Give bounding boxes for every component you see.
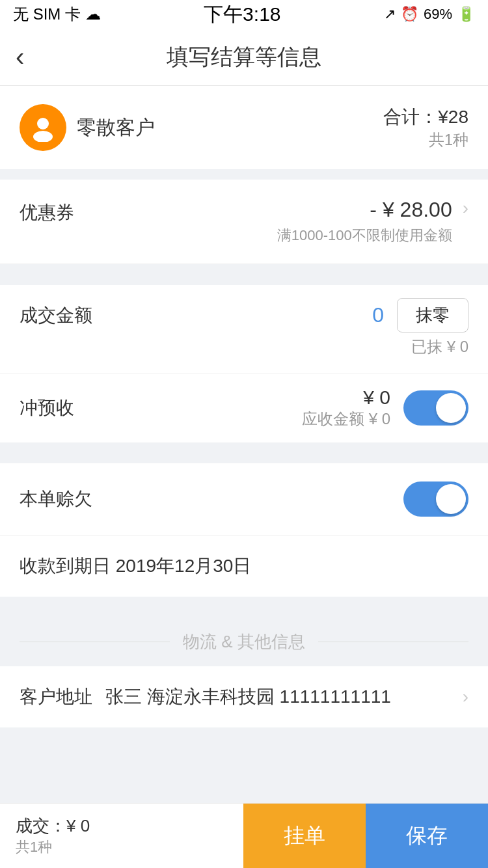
prepay-section: 冲预收 ¥ 0 应收金额 ¥ 0 (0, 373, 488, 442)
avatar-icon (29, 113, 57, 142)
divider-3 (0, 607, 488, 617)
status-time: 下午3:18 (204, 1, 280, 28)
divider-1 (0, 275, 488, 285)
customer-count: 共1种 (383, 129, 468, 150)
debit-label: 本单赊欠 (20, 487, 92, 511)
save-button[interactable]: 保存 (366, 804, 488, 868)
transaction-sub: 已抹 ¥ 0 (20, 336, 468, 357)
logistics-label: 物流 & 其他信息 (183, 631, 305, 653)
customer-right: 合计：¥28 共1种 (383, 105, 468, 150)
prepay-right: ¥ 0 应收金额 ¥ 0 (302, 387, 468, 429)
transaction-label: 成交金额 (20, 303, 92, 328)
coupon-description: 满1000-100不限制使用金额 (277, 226, 452, 245)
bottom-bar: 成交：¥ 0 共1种 挂单 保存 (0, 803, 488, 868)
divider-2 (0, 453, 488, 463)
logistics-line-right (318, 642, 468, 642)
address-chevron-icon: › (463, 686, 468, 707)
location-icon: ↗ (384, 6, 396, 23)
coupon-label: 优惠券 (20, 198, 74, 225)
coupon-chevron-icon: › (463, 198, 468, 219)
back-button[interactable]: ‹ (16, 42, 24, 72)
customer-avatar (20, 104, 66, 151)
alarm-icon: ⏰ (401, 6, 418, 23)
customer-total: 合计：¥28 (383, 105, 468, 129)
hang-button[interactable]: 挂单 (243, 804, 366, 868)
prepay-label: 冲预收 (20, 396, 74, 420)
nav-bar: ‹ 填写结算等信息 (0, 29, 488, 86)
transaction-value: 0 (372, 303, 384, 327)
customer-name: 零散客户 (77, 115, 155, 141)
debit-row: 本单赊欠 (0, 463, 488, 535)
address-value: 张三 海淀永丰科技园 11111111111 (105, 685, 463, 709)
bottom-count: 共1种 (16, 837, 228, 857)
logistics-section: 物流 & 其他信息 (0, 617, 488, 666)
sim-signal: 无 SIM 卡 ☁ (13, 4, 101, 25)
battery-icon: 🔋 (457, 6, 475, 23)
address-label: 客户地址 (20, 685, 92, 709)
prepay-amount: ¥ 0 (302, 387, 390, 409)
status-left: 无 SIM 卡 ☁ (13, 4, 101, 25)
coupon-amount: - ¥ 28.00 (277, 198, 452, 222)
duedate-content: 收款到期日 2019年12月30日 (20, 554, 468, 578)
transaction-row: 成交金额 0 抹零 已抹 ¥ 0 (0, 285, 488, 373)
prepay-values: ¥ 0 应收金额 ¥ 0 (302, 387, 390, 429)
transaction-section: 成交金额 0 抹零 已抹 ¥ 0 冲预收 ¥ 0 应收金额 ¥ 0 (0, 285, 488, 442)
status-right: ↗ ⏰ 69% 🔋 (384, 6, 475, 23)
duedate-section: 收款到期日 2019年12月30日 (0, 535, 488, 597)
bottom-transaction-value: ¥ 0 (66, 816, 90, 835)
svg-point-0 (37, 118, 49, 129)
coupon-row[interactable]: 优惠券 - ¥ 28.00 满1000-100不限制使用金额 › (0, 180, 488, 264)
customer-section: 零散客户 合计：¥28 共1种 (0, 86, 488, 169)
coupon-section[interactable]: 优惠券 - ¥ 28.00 满1000-100不限制使用金额 › (0, 180, 488, 264)
debit-toggle[interactable] (403, 481, 468, 517)
customer-row: 零散客户 合计：¥28 共1种 (0, 86, 488, 169)
round-button[interactable]: 抹零 (397, 298, 468, 332)
page-title: 填写结算等信息 (167, 42, 321, 72)
logistics-line-left (20, 642, 170, 642)
coupon-right: - ¥ 28.00 满1000-100不限制使用金额 (277, 198, 452, 245)
address-section[interactable]: 客户地址 张三 海淀永丰科技园 11111111111 › (0, 666, 488, 727)
bottom-transaction-label: 成交： (16, 816, 66, 835)
prepay-toggle[interactable] (403, 390, 468, 426)
transaction-right: 0 抹零 (372, 298, 468, 332)
bottom-transaction: 成交：¥ 0 (16, 815, 228, 837)
content-area: 零散客户 合计：¥28 共1种 优惠券 - ¥ 28.00 满1000-100不… (0, 86, 488, 816)
status-bar: 无 SIM 卡 ☁ 下午3:18 ↗ ⏰ 69% 🔋 (0, 0, 488, 29)
debit-section: 本单赊欠 收款到期日 2019年12月30日 (0, 463, 488, 597)
customer-left: 零散客户 (20, 104, 155, 151)
svg-point-1 (33, 131, 53, 142)
battery-level: 69% (424, 6, 452, 23)
bottom-info: 成交：¥ 0 共1种 (0, 804, 243, 868)
prepay-receivable: 应收金额 ¥ 0 (302, 409, 390, 429)
